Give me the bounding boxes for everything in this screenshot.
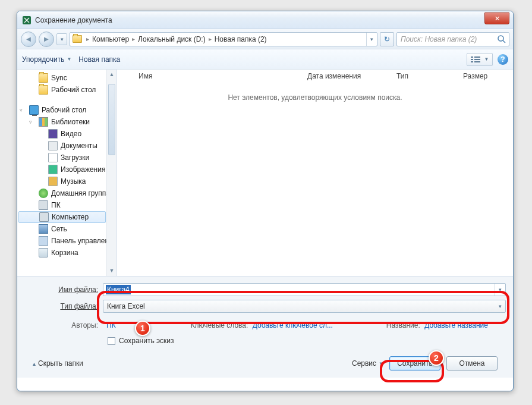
close-button[interactable]: ✕ [484,12,509,24]
window-title: Сохранение документа [35,16,112,24]
navbar: ◄ ► ▾ ▸ Компьютер ▸ Локальный диск (D:) … [17,29,513,49]
save-thumbnail-checkbox[interactable] [108,337,115,345]
tree-item-user-pc[interactable]: ПК [17,199,117,211]
tree-item-network[interactable]: Сеть [17,223,117,235]
chevron-icon[interactable]: ▸ [130,36,137,42]
libraries-icon [39,117,48,127]
breadcrumb-segment[interactable]: Локальный диск (D:) [137,35,207,43]
svg-rect-5 [471,59,473,60]
chevron-down-icon: ▼ [67,56,71,62]
titlebar: Сохранение документа ✕ [17,11,513,29]
tree-item-control-panel[interactable]: Панель управления [17,235,117,247]
cancel-button[interactable]: Отмена [446,356,498,371]
tree-item-downloads[interactable]: Загрузки [17,152,117,164]
filename-input[interactable]: Книга4 ▾ [103,283,506,296]
column-headers: Имя Дата изменения Тип Размер [117,70,513,84]
view-mode-button[interactable]: ▼ [467,53,493,66]
organize-label: Упорядочить [22,55,64,64]
save-label: Сохранить [397,359,433,368]
tree-item-recycle-bin[interactable]: Корзина [17,247,117,259]
filetype-dropdown-icon[interactable]: ▾ [495,300,505,312]
tree-item-desktop-fav[interactable]: Рабочий стол [17,84,117,96]
column-expander[interactable] [117,70,134,84]
empty-message: Нет элементов, удовлетворяющих условиям … [117,93,513,102]
chevron-down-icon: ▼ [379,361,383,366]
tree-item-desktop[interactable]: ▿Рабочий стол [17,104,117,116]
scroll-up-icon[interactable]: ▲ [107,70,117,80]
organize-button[interactable]: Упорядочить ▼ [22,55,71,64]
column-size[interactable]: Размер [458,70,513,84]
save-dialog: Сохранение документа ✕ ◄ ► ▾ ▸ Компьютер… [17,11,514,391]
history-dropdown[interactable]: ▾ [56,33,67,45]
tree-scrollbar[interactable]: ▲ ▼ [106,70,117,276]
svg-line-2 [503,40,505,43]
tree-item-images[interactable]: Изображения [17,164,117,175]
view-icon [471,56,483,63]
save-button[interactable]: Сохранить [389,356,440,371]
tree-item-documents[interactable]: Документы [17,140,117,152]
chevron-up-icon: ▴ [33,360,36,367]
svg-rect-3 [471,56,473,58]
tree-item-music[interactable]: Музыка [17,175,117,187]
filename-label: Имя файла: [24,285,103,294]
form-area: Имя файла: Книга4 ▾ Тип файла: Книга Exc… [17,276,513,378]
new-folder-button[interactable]: Новая папка [78,55,120,64]
desktop-icon [29,105,39,115]
column-date[interactable]: Дата изменения [303,70,392,84]
tree-item-homegroup[interactable]: Домашняя группа [17,187,117,199]
tree-item-video[interactable]: Видео [17,128,117,140]
service-menu[interactable]: Сервис ▼ [352,359,383,368]
network-icon [39,224,48,234]
search-input[interactable]: Поиск: Новая папка (2) [396,32,509,46]
address-bar[interactable]: ▸ Компьютер ▸ Локальный диск (D:) ▸ Нова… [70,32,377,46]
scroll-down-icon[interactable]: ▼ [107,266,117,276]
hide-folders-button[interactable]: ▴ Скрыть папки [33,359,83,368]
excel-icon [22,15,32,25]
tree-item-libraries[interactable]: ▿Библиотеки [17,116,117,128]
refresh-button[interactable]: ↻ [380,32,394,46]
title-label: Название: [386,321,420,329]
chevron-down-icon: ▼ [484,56,489,62]
body: Sync Рабочий стол ▿Рабочий стол ▿Библиот… [17,70,513,276]
expand-icon[interactable]: ▿ [29,119,32,125]
help-button[interactable]: ? [498,54,508,65]
scrollbar-thumb[interactable] [108,84,115,155]
svg-rect-8 [474,61,480,62]
video-icon [48,129,58,139]
chevron-icon[interactable]: ▸ [84,36,91,42]
breadcrumb-segment[interactable]: Компьютер [91,35,130,43]
music-icon [48,177,58,186]
trash-icon [39,248,48,258]
filename-dropdown[interactable]: ▾ [495,284,505,296]
downloads-icon [48,153,58,162]
back-button[interactable]: ◄ [21,32,36,47]
filename-value: Книга4 [106,285,131,294]
svg-rect-4 [474,56,480,58]
filetype-value: Книга Excel [107,302,145,310]
filetype-select[interactable]: Книга Excel ▾ [103,300,506,313]
column-name[interactable]: Имя [134,70,303,84]
title-hint[interactable]: Добавьте название [424,321,488,329]
search-placeholder: Поиск: Новая папка (2) [401,35,477,43]
file-list: Имя Дата изменения Тип Размер Нет элемен… [117,70,513,276]
tree-item-computer[interactable]: Компьютер [18,211,106,223]
column-type[interactable]: Тип [392,70,458,84]
computer-icon [39,212,49,222]
search-icon [497,34,506,44]
svg-point-1 [498,36,503,41]
expand-icon[interactable]: ▿ [20,107,23,113]
homegroup-icon [39,189,48,198]
folder-icon [39,73,48,83]
keywords-hint[interactable]: Добавьте ключевое сл... [253,321,333,329]
authors-value[interactable]: ПК [106,321,116,329]
breadcrumb-segment[interactable]: Новая папка (2) [213,35,268,43]
new-folder-label: Новая папка [78,55,120,64]
nav-tree: Sync Рабочий стол ▿Рабочий стол ▿Библиот… [17,70,117,276]
tree-item-sync[interactable]: Sync [17,72,117,84]
images-icon [48,165,58,174]
chevron-icon[interactable]: ▸ [207,36,213,42]
filetype-label: Тип файла: [24,302,103,310]
forward-button[interactable]: ► [39,32,54,47]
address-dropdown[interactable]: ▾ [366,33,377,46]
authors-label: Авторы: [24,321,103,329]
